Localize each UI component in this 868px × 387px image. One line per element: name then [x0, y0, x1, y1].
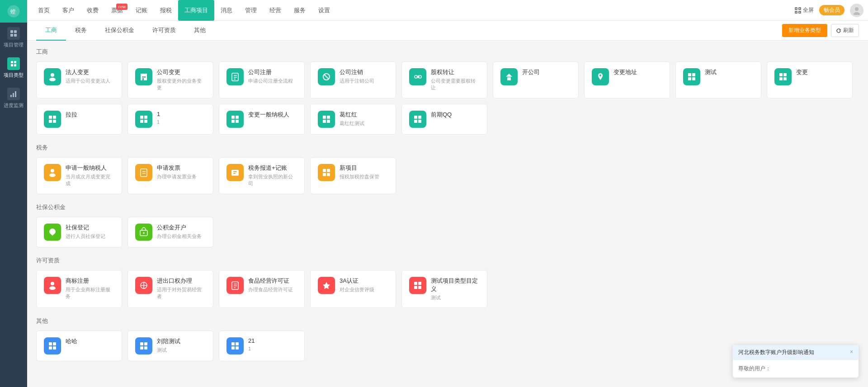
- card-mohonghong[interactable]: 葛红红 葛红红测试: [310, 104, 396, 135]
- nav-industry[interactable]: 工商项目: [178, 0, 214, 21]
- card-company-cancel[interactable]: 公司注销 适用于注销公司: [310, 61, 396, 98]
- nav-settings[interactable]: 设置: [312, 0, 336, 21]
- card-equity-transfer[interactable]: 股权转让 公司变更需要股权转让: [401, 61, 487, 98]
- cards-grid-social: 社保登记 进行人员社保登记 公积金开户 办理公积金相关业务: [36, 217, 859, 247]
- notification-header: 河北税务数字账户升级影响通知 ×: [733, 345, 859, 360]
- svg-rect-8: [15, 91, 16, 97]
- subtab-tax[interactable]: 税务: [66, 21, 96, 41]
- section-title-other: 其他: [36, 317, 859, 325]
- project-type-icon: [7, 57, 20, 70]
- sidebar-item-progress-monitor[interactable]: 进度监测: [0, 83, 27, 113]
- card-icon-test-type: [409, 277, 426, 294]
- nav-invoice[interactable]: 票据 new: [105, 0, 129, 21]
- card-food-permit[interactable]: 食品经营许可证 办理食品经营许可证: [219, 270, 305, 308]
- card-change[interactable]: 变更: [767, 61, 853, 98]
- card-icon-change-address: [592, 68, 609, 85]
- card-tax-report[interactable]: 税务报道+记账 拿到营业执照的新公司: [219, 157, 305, 194]
- svg-rect-43: [140, 116, 143, 119]
- card-icon-previous-qq: [409, 111, 426, 128]
- card-title-apply-taxpayer: 申请一般纳税人: [66, 164, 114, 172]
- svg-rect-45: [140, 120, 143, 123]
- svg-point-30: [599, 75, 601, 76]
- svg-point-27: [415, 75, 417, 78]
- card-one[interactable]: 1 1: [127, 104, 213, 135]
- card-desc-food-permit: 办理食品经营许可证: [248, 286, 297, 293]
- nav-bookkeeping[interactable]: 记账: [129, 0, 154, 21]
- nav-service[interactable]: 服务: [288, 0, 312, 21]
- card-change-address[interactable]: 变更地址: [584, 61, 670, 98]
- cards-grid-industry: 法人变更 适用于公司变更法人 公司变更 股权变更外的业务变更 公司注册 申请公司…: [36, 61, 859, 135]
- sidebar-logo[interactable]: 螳: [0, 0, 27, 23]
- svg-rect-42: [53, 120, 56, 123]
- svg-rect-67: [323, 169, 326, 172]
- svg-rect-96: [231, 346, 235, 350]
- card-liupei-test[interactable]: 刘陪测试 测试: [127, 331, 213, 361]
- subtab-permit[interactable]: 许可资质: [143, 21, 185, 41]
- svg-rect-54: [327, 120, 330, 123]
- card-desc-liupei-test: 测试: [157, 347, 206, 354]
- svg-rect-31: [688, 73, 691, 76]
- card-previous-qq[interactable]: 前期QQ: [401, 104, 487, 135]
- card-lala[interactable]: 拉拉: [36, 104, 122, 135]
- card-trademark[interactable]: 商标注册 用于企业商标注册服务: [36, 270, 122, 308]
- sidebar-item-project-type[interactable]: 项目类型: [0, 53, 27, 83]
- card-test[interactable]: 测试: [675, 61, 761, 98]
- svg-rect-6: [10, 95, 12, 97]
- sidebar-item-project-mgmt[interactable]: 项目管理: [0, 23, 27, 53]
- card-title-3a-cert: 3A认证: [340, 277, 388, 285]
- svg-rect-52: [327, 116, 330, 119]
- card-import-export[interactable]: 进出口权办理 适用于对外贸易经营者: [127, 270, 213, 308]
- card-fund-open[interactable]: 公积金开户 办理公积金相关业务: [127, 217, 213, 247]
- card-haha[interactable]: 哈哈: [36, 331, 122, 361]
- nav-message[interactable]: 消息: [214, 0, 239, 21]
- nav-home[interactable]: 首页: [32, 0, 56, 21]
- svg-rect-90: [140, 342, 143, 345]
- card-info-change-address: 变更地址: [613, 68, 662, 78]
- nav-operation[interactable]: 经营: [263, 0, 288, 21]
- card-desc-apply-invoice: 办理申请发票业务: [157, 173, 206, 180]
- fullscreen-btn[interactable]: 全屏: [795, 6, 814, 14]
- card-twentyone[interactable]: 21 1: [219, 331, 305, 361]
- card-change-taxpayer[interactable]: 变更一般纳税人: [219, 104, 305, 135]
- add-type-button[interactable]: 新增业务类型: [782, 24, 827, 37]
- subtab-social[interactable]: 社保公积金: [96, 21, 143, 41]
- svg-rect-97: [236, 346, 239, 350]
- svg-point-60: [49, 173, 56, 177]
- card-title-liupei-test: 刘陪测试: [157, 337, 206, 345]
- sidebar: 螳 项目管理 项目类型 进度监测: [0, 0, 27, 378]
- svg-rect-5: [14, 34, 17, 37]
- topnav-right: 全屏 畅会员: [795, 4, 863, 17]
- nav-manage[interactable]: 管理: [239, 0, 263, 21]
- subtab-industry[interactable]: 工商: [36, 21, 66, 41]
- vip-button[interactable]: 畅会员: [819, 5, 844, 15]
- card-info-lala: 拉拉: [66, 111, 114, 120]
- svg-rect-34: [692, 77, 695, 80]
- card-test-type[interactable]: 测试项目类型目定义 测试: [401, 270, 487, 308]
- nav-customer[interactable]: 客户: [56, 0, 80, 21]
- svg-point-13: [855, 7, 859, 11]
- refresh-button[interactable]: 刷新: [831, 24, 859, 37]
- nav-billing[interactable]: 收费: [80, 0, 105, 21]
- card-title-legal-change: 法人变更: [66, 68, 114, 76]
- card-apply-taxpayer[interactable]: 申请一般纳税人 当月或次月成变更完成: [36, 157, 122, 194]
- svg-rect-57: [414, 120, 417, 123]
- card-info-mohonghong: 葛红红 葛红红测试: [340, 111, 388, 127]
- section-title-industry: 工商: [36, 48, 859, 56]
- card-new-project[interactable]: 新项目 报税加税控盘保管: [310, 157, 396, 194]
- card-title-new-project: 新项目: [340, 164, 388, 172]
- subtab-other[interactable]: 其他: [185, 21, 215, 41]
- card-social-register[interactable]: 社保登记 进行人员社保登记: [36, 217, 122, 247]
- card-title-food-permit: 食品经营许可证: [248, 277, 297, 285]
- nav-tax[interactable]: 报税: [154, 0, 178, 21]
- card-company-change[interactable]: 公司变更 股权变更外的业务变更: [127, 61, 213, 98]
- notification-close[interactable]: ×: [850, 349, 853, 356]
- card-title-open-company: 开公司: [522, 68, 571, 76]
- svg-rect-46: [144, 120, 147, 123]
- card-apply-invoice[interactable]: 申请发票 办理申请发票业务: [127, 157, 213, 194]
- card-open-company[interactable]: 开公司: [493, 61, 579, 98]
- card-company-register[interactable]: 公司注册 申请公司注册全流程: [219, 61, 305, 98]
- user-avatar[interactable]: [850, 4, 863, 17]
- card-legal-change[interactable]: 法人变更 适用于公司变更法人: [36, 61, 122, 98]
- card-info-open-company: 开公司: [522, 68, 571, 78]
- card-3a-cert[interactable]: 3A认证 对企业信誉评级: [310, 270, 396, 308]
